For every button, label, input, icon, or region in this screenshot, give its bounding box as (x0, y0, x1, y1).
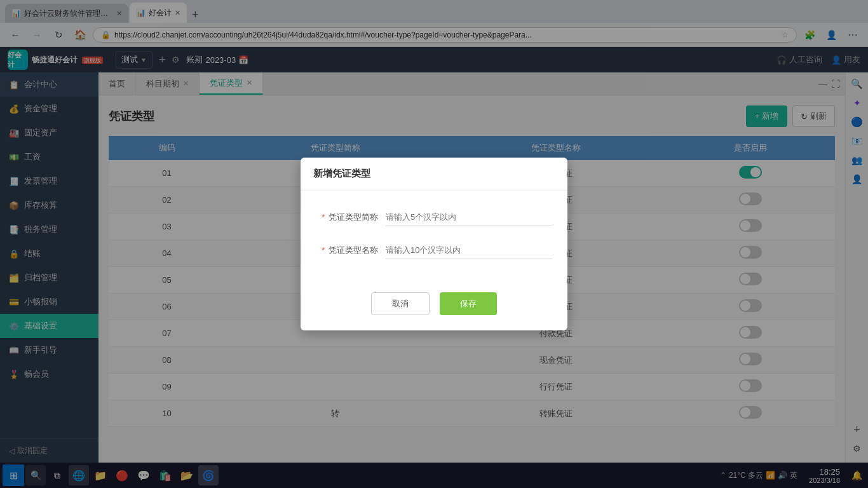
modal-header: 新增凭证类型 (301, 158, 567, 191)
save-button[interactable]: 保存 (440, 292, 497, 315)
modal-dialog: 新增凭证类型 * 凭证类型简称 * 凭证类型名称 取消 保存 (301, 158, 567, 330)
short-name-input[interactable] (386, 208, 552, 226)
cancel-button[interactable]: 取消 (371, 292, 430, 315)
required-star-2: * (322, 245, 325, 255)
modal-footer: 取消 保存 (301, 287, 567, 330)
modal-overlay: 新增凭证类型 * 凭证类型简称 * 凭证类型名称 取消 保存 (0, 0, 868, 488)
form-row-short-name: * 凭证类型简称 (316, 208, 552, 226)
modal-title: 新增凭证类型 (313, 168, 370, 180)
short-name-label: * 凭证类型简称 (316, 212, 386, 223)
modal-body: * 凭证类型简称 * 凭证类型名称 (301, 191, 567, 287)
full-name-input[interactable] (386, 241, 552, 259)
required-star-1: * (322, 212, 325, 222)
full-name-label: * 凭证类型名称 (316, 245, 386, 256)
form-row-full-name: * 凭证类型名称 (316, 241, 552, 259)
